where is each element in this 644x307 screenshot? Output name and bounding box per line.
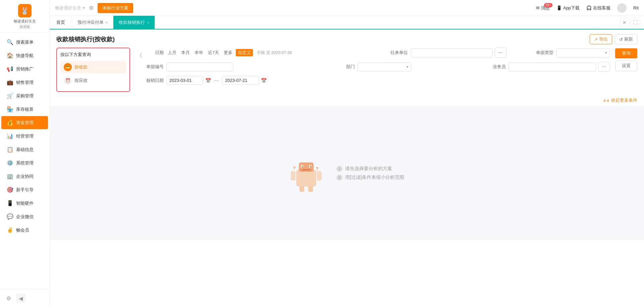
sidebar-menu: 🔍 搜索菜单 🏠 快捷导航 📢 营销推广 💼 销售管理 🛒 采购管理 🏪 库存核… bbox=[0, 33, 49, 289]
guide-icon: 🎯 bbox=[7, 187, 13, 193]
page-content: 收款核销执行(按收款) ↗ 导出 ↺ 刷新 按以下方案查询 bbox=[50, 30, 644, 307]
sidebar-label-marketing: 营销推广 bbox=[16, 66, 34, 72]
tab-fullscreen-btn[interactable]: ⛶ bbox=[631, 18, 640, 27]
service-icon: 🎧 bbox=[586, 5, 592, 10]
tip-num-2: 2 bbox=[336, 174, 342, 181]
megaphone-icon: 📢 bbox=[7, 66, 13, 72]
refresh-label: 刷新 bbox=[624, 36, 633, 42]
svg-point-4 bbox=[302, 166, 303, 167]
tab-verify-close[interactable]: × bbox=[147, 20, 149, 24]
filter-collapse-btn[interactable]: 《 bbox=[136, 51, 144, 61]
filter-option-by-receipt[interactable]: 💳 按收款 bbox=[60, 61, 126, 73]
app-download-label: App下载 bbox=[563, 5, 580, 11]
sidebar-bottom: ⚙ ◀ bbox=[0, 289, 49, 307]
sidebar-label-quicknav: 快捷导航 bbox=[16, 53, 34, 59]
sidebar-item-system[interactable]: ⚙️ 系统管理 bbox=[1, 156, 48, 169]
cal-icon-from[interactable]: 📅 bbox=[205, 78, 211, 83]
query-btn[interactable]: 查询 bbox=[615, 48, 637, 58]
sidebar-label-vip: 畅会员 bbox=[16, 227, 29, 233]
dept-select[interactable] bbox=[358, 62, 411, 71]
sidebar-settings-btn[interactable]: ⚙ bbox=[4, 294, 13, 303]
date-separator: — bbox=[214, 78, 219, 83]
counterparty-dots-btn[interactable]: ··· bbox=[495, 48, 506, 58]
tab-close-btn[interactable]: ✕ bbox=[620, 18, 629, 27]
doc-type-select[interactable] bbox=[556, 48, 610, 57]
sidebar-item-vip[interactable]: ✌ 畅会员 bbox=[1, 223, 48, 237]
filter-area: 按以下方案查询 💳 按收款 ⏰ 按应收 《 bbox=[50, 48, 644, 96]
vip-icon: ✌ bbox=[7, 227, 13, 233]
app-icon: 📱 bbox=[556, 5, 562, 10]
app-download-btn[interactable]: 📱 App下载 bbox=[556, 5, 580, 11]
logo-text: 畅捷通好生意 bbox=[14, 19, 36, 23]
sidebar-item-sales[interactable]: 💼 销售管理 bbox=[1, 76, 48, 89]
svg-rect-8 bbox=[308, 186, 313, 192]
verifydate-label: 核销日期 bbox=[144, 78, 164, 84]
verify-date-from[interactable] bbox=[166, 76, 203, 85]
filter-settings-btn[interactable]: 设置 bbox=[615, 60, 637, 71]
docnum-input[interactable] bbox=[166, 62, 233, 71]
home-tab-label: 首页 bbox=[56, 19, 65, 25]
filter-row-verifydate: 核销日期 📅 — 📅 bbox=[144, 76, 610, 85]
filter-right-panel: 日期 上月 本月 本年 近7天 更多 自定义 不限 至 2023-07-26 bbox=[144, 48, 637, 92]
finance-icon: 💰 bbox=[7, 119, 13, 126]
hardware-icon: 📱 bbox=[7, 200, 13, 206]
sidebar-label-wechat: 企业微信 bbox=[16, 214, 34, 220]
collapse-more-area[interactable]: ∧∧ 收起更多条件 bbox=[50, 96, 644, 106]
sidebar-item-quicknav[interactable]: 🏠 快捷导航 bbox=[1, 49, 48, 62]
sidebar-item-marketing[interactable]: 📢 营销推广 bbox=[1, 62, 48, 75]
sidebar-item-finance[interactable]: 💰 资金管理 bbox=[1, 116, 48, 129]
sidebar-collapse-btn[interactable]: ◀ bbox=[16, 294, 25, 303]
filter-panel-title: 按以下方案查询 bbox=[60, 52, 126, 58]
sidebar-label-purchase: 采购管理 bbox=[16, 93, 34, 99]
collapse-more-icon: ∧∧ bbox=[603, 98, 610, 103]
date-filter-label: 日期 bbox=[144, 50, 164, 56]
tab-prepay[interactable]: 预付冲应付单 × bbox=[72, 16, 113, 29]
sidebar-item-search[interactable]: 🔍 搜索菜单 bbox=[1, 36, 48, 49]
operations-icon: 📊 bbox=[7, 133, 13, 139]
date-btn-more[interactable]: 更多 bbox=[222, 49, 234, 56]
sidebar-item-operations[interactable]: 📊 经营管理 bbox=[1, 130, 48, 143]
refresh-icon: ↺ bbox=[619, 37, 623, 42]
date-btn-thismonth[interactable]: 本月 bbox=[180, 49, 191, 56]
inventory-icon: 🏪 bbox=[7, 106, 13, 112]
sidebar-label-search: 搜索菜单 bbox=[16, 39, 34, 45]
sidebar-item-purchase[interactable]: 🛒 采购管理 bbox=[1, 89, 48, 102]
online-service-btn[interactable]: 🎧 在线客服 bbox=[586, 5, 610, 11]
sidebar-item-hardware[interactable]: 📱 智能硬件 bbox=[1, 197, 48, 210]
tab-home[interactable]: 首页 bbox=[50, 16, 72, 29]
wechat-icon: 💬 bbox=[7, 213, 13, 220]
industry-btn[interactable]: 体验行业方案 bbox=[98, 3, 133, 13]
date-btn-7days[interactable]: 近7天 bbox=[207, 49, 220, 56]
message-icon: ✉ bbox=[536, 5, 540, 10]
sidebar-item-guide[interactable]: 🎯 新手引导 bbox=[1, 183, 48, 196]
cal-icon-to[interactable]: 📅 bbox=[261, 78, 267, 83]
tab-verify[interactable]: 收款核销执行 × bbox=[113, 16, 155, 29]
verify-date-to[interactable] bbox=[222, 76, 259, 85]
page-inner: 收款核销执行(按收款) ↗ 导出 ↺ 刷新 按以下方案查询 bbox=[50, 30, 644, 307]
sidebar-item-inventory[interactable]: 🏪 库存核算 bbox=[1, 103, 48, 116]
staff-label: 业务员 bbox=[486, 64, 506, 70]
staff-input[interactable] bbox=[508, 62, 596, 71]
empty-tip-2: 2 用[过滤]条件来缩小分析范围 bbox=[336, 174, 404, 181]
tab-prepay-close[interactable]: × bbox=[106, 20, 108, 24]
filter-option-by-receivable[interactable]: ⏰ 按应收 bbox=[60, 74, 126, 87]
chevron-down-icon[interactable]: ▾ bbox=[83, 5, 85, 10]
export-btn[interactable]: ↗ 导出 bbox=[590, 34, 612, 44]
sidebar-item-enterprise[interactable]: 🏢 企业协同 bbox=[1, 170, 48, 183]
svg-rect-10 bbox=[317, 171, 322, 181]
tab-verify-label: 收款核销执行 bbox=[119, 19, 145, 25]
sidebar-item-wechat[interactable]: 💬 企业微信 bbox=[1, 210, 48, 223]
sidebar-item-base[interactable]: 📋 基础信息 bbox=[1, 143, 48, 156]
counterparty-input[interactable] bbox=[411, 48, 493, 57]
sidebar-label-operations: 经营管理 bbox=[16, 133, 34, 139]
staff-dots-btn[interactable]: ··· bbox=[598, 62, 610, 72]
doc-type-select-wrapper bbox=[556, 48, 610, 57]
date-btn-custom[interactable]: 自定义 bbox=[236, 49, 253, 56]
receipt-option-label: 按收款 bbox=[74, 64, 88, 70]
date-btn-lastmonth[interactable]: 上月 bbox=[166, 49, 178, 56]
message-btn[interactable]: ✉ 消息 99+ bbox=[536, 5, 550, 11]
header-gear-icon[interactable]: ⚙ bbox=[89, 5, 94, 11]
date-range-text: 不限 至 2023-07-26 bbox=[257, 50, 292, 56]
date-btn-thisyear[interactable]: 本年 bbox=[193, 49, 205, 56]
refresh-btn[interactable]: ↺ 刷新 bbox=[615, 34, 637, 44]
